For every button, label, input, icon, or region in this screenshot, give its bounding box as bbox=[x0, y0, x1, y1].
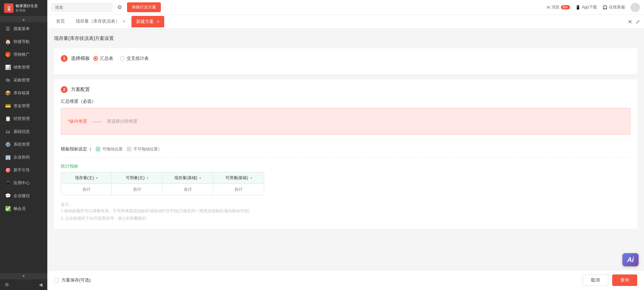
sidebar-item-operations[interactable]: 📋 经营管理 bbox=[0, 112, 47, 125]
stats-col-2-body: 合计 bbox=[112, 184, 163, 195]
panel-expand-icon[interactable]: ⤢ bbox=[636, 19, 640, 25]
cancel-button[interactable]: 取消 bbox=[583, 274, 608, 286]
radio-cross[interactable]: 交叉统计表 bbox=[120, 55, 149, 62]
finance-icon: 💳 bbox=[5, 103, 11, 109]
panel-close-icon[interactable]: ✕ bbox=[628, 19, 632, 25]
tab-new-scheme[interactable]: 新建方案 ✕ bbox=[131, 16, 164, 27]
bottom-actions: 取消 查询 bbox=[583, 274, 637, 286]
newbie-icon: 🎯 bbox=[5, 167, 11, 173]
sidebar-item-newbie[interactable]: 🎯 新手引导 bbox=[0, 164, 47, 176]
tips-item-2: 2. 点击标题栏下拉可设置排序、插入列和删除列 bbox=[61, 215, 630, 222]
dim-row: *纵向维度 —— 请选择分组维度 bbox=[68, 118, 623, 124]
stats-col-4-header[interactable]: 可用量(基辅) ▾ bbox=[213, 172, 264, 184]
save-checkbox-area: 方案保存(可选) bbox=[54, 277, 91, 283]
sidebar-item-search-menu[interactable]: ☰ 搜索菜单 bbox=[0, 22, 47, 35]
inventory-status-close-icon[interactable]: ✕ bbox=[122, 19, 125, 24]
sidebar-item-wechat[interactable]: 💬 企业微信 bbox=[0, 189, 47, 202]
quick-nav-icon: 🏠 bbox=[5, 39, 11, 45]
message-badge: 99+ bbox=[561, 5, 570, 9]
search-input[interactable] bbox=[51, 3, 112, 11]
sidebar-bottom: ⚙ ◀ bbox=[0, 279, 47, 290]
radio-summary[interactable]: 汇总表 bbox=[93, 55, 113, 62]
dim-area[interactable]: *纵向维度 —— 请选择分组维度 bbox=[61, 108, 630, 135]
stats-header-row: 现存量(主) ▾ 可用量(主) ▾ 现存量(基辅) ▾ 可用量(基辅) bbox=[61, 172, 264, 184]
stats-body-row: 合计 合计 合计 合计 bbox=[61, 184, 264, 195]
app-download-button[interactable]: 📱 App下载 bbox=[575, 4, 597, 10]
non-draggable-box-icon bbox=[127, 147, 131, 151]
home-tab-label: 首页 bbox=[56, 18, 65, 24]
step1-title: 选择模板 bbox=[71, 55, 90, 62]
inventory-status-label: 现存量（库存状况表） bbox=[76, 18, 120, 24]
service-icon: 🎧 bbox=[602, 5, 608, 10]
radio-cross-label: 交叉统计表 bbox=[127, 55, 149, 62]
stats-col-4-label: 可用量(基辅) bbox=[225, 175, 248, 181]
message-label: 消息 bbox=[551, 4, 560, 10]
sidebar-item-label: 畅会员 bbox=[14, 206, 26, 212]
sidebar-item-purchase[interactable]: 🛍 采购管理 bbox=[0, 74, 47, 87]
stats-col-1-header[interactable]: 现存量(主) ▾ bbox=[61, 172, 112, 184]
ai-badge[interactable]: Ai bbox=[622, 253, 639, 266]
industry-button[interactable]: 体验行业方案 bbox=[127, 2, 161, 12]
sidebar-item-marketing[interactable]: 🎁 营销推广 bbox=[0, 48, 47, 61]
save-checkbox[interactable] bbox=[54, 278, 59, 283]
page-title: 现存量(库存状况表)方案设置 bbox=[54, 35, 637, 42]
stats-col-2-header[interactable]: 可用量(主) ▾ bbox=[112, 172, 163, 184]
sidebar-scroll-up[interactable]: ▲ bbox=[0, 17, 47, 22]
tab-home[interactable]: 首页 bbox=[51, 15, 70, 28]
stats-title: 统计指标 bbox=[61, 163, 630, 169]
sidebar-item-label: 企业微信 bbox=[14, 193, 30, 199]
non-draggable-label: 不可拖动位置） bbox=[133, 146, 162, 152]
sidebar-item-label: 经营管理 bbox=[14, 116, 30, 122]
sidebar-item-company[interactable]: 🏢 企业协同 bbox=[0, 151, 47, 164]
online-service-label: 在线客服 bbox=[609, 4, 625, 10]
sidebar-item-label: 应用中心 bbox=[14, 180, 30, 186]
gear-icon[interactable]: ⚙ bbox=[115, 3, 124, 12]
step2-num: 2 bbox=[61, 86, 68, 93]
avatar[interactable] bbox=[630, 3, 640, 12]
app-download-icon: 📱 bbox=[575, 5, 580, 10]
stats-table: 现存量(主) ▾ 可用量(主) ▾ 现存量(基辅) ▾ 可用量(基辅) bbox=[61, 172, 264, 195]
sidebar-item-base-info[interactable]: 🗂 基础信息 bbox=[0, 125, 47, 138]
message-icon: ✉ bbox=[547, 5, 550, 10]
sidebar-item-label: 采购管理 bbox=[14, 77, 30, 83]
sidebar: 🐰 畅康通好生意 标准版 ▲ ☰ 搜索菜单 🏠 快捷导航 🎁 营销推广 📊 销售… bbox=[0, 0, 47, 290]
sidebar-item-finance[interactable]: 💳 资金管理 bbox=[0, 99, 47, 112]
collapse-icon[interactable]: ◀ bbox=[39, 282, 43, 287]
tab-inventory-status[interactable]: 现存量（库存状况表） ✕ bbox=[71, 15, 130, 28]
message-button[interactable]: ✉ 消息 99+ bbox=[547, 4, 570, 10]
sidebar-item-app-center[interactable]: 📱 应用中心 bbox=[0, 176, 47, 189]
settings-icon[interactable]: ⚙ bbox=[5, 282, 9, 287]
sidebar-item-label: 营销推广 bbox=[14, 52, 30, 57]
sidebar-item-sales[interactable]: 📊 销售管理 bbox=[0, 61, 47, 74]
sidebar-item-member[interactable]: ✅ 畅会员 bbox=[0, 202, 47, 215]
top-header: ⚙ 体验行业方案 ✉ 消息 99+ 📱 App下载 🎧 在线客服 bbox=[47, 0, 644, 15]
sidebar-item-quick-nav[interactable]: 🏠 快捷导航 bbox=[0, 35, 47, 48]
chevron-down-icon: ▾ bbox=[147, 176, 148, 180]
sidebar-item-inventory[interactable]: 📦 库存核算 bbox=[0, 87, 47, 99]
sidebar-item-label: 系统管理 bbox=[14, 142, 30, 147]
draggable-box-icon bbox=[96, 147, 100, 151]
dim-placeholder-text: 请选择分组维度 bbox=[107, 118, 138, 124]
app-logo: 🐰 畅康通好生意 标准版 bbox=[0, 0, 47, 17]
logo-name: 畅康通好生意 bbox=[16, 3, 38, 8]
stats-col-3-header[interactable]: 现存量(基辅) ▾ bbox=[163, 172, 213, 184]
online-service-button[interactable]: 🎧 在线客服 bbox=[602, 4, 625, 10]
chevron-down-icon: ▾ bbox=[96, 176, 98, 180]
sidebar-item-label: 搜索菜单 bbox=[14, 26, 30, 32]
new-scheme-close-icon[interactable]: ✕ bbox=[156, 20, 159, 24]
query-button[interactable]: 查询 bbox=[612, 274, 637, 286]
purchase-icon: 🛍 bbox=[5, 77, 11, 83]
stats-col-2-label: 可用量(主) bbox=[126, 175, 145, 181]
step1-header: 1 选择模板 汇总表 交叉统计表 bbox=[61, 55, 630, 62]
non-draggable-badge: 不可拖动位置） bbox=[127, 146, 162, 152]
dim-dash: —— bbox=[93, 119, 101, 124]
template-radio-group: 汇总表 交叉统计表 bbox=[93, 55, 149, 62]
sidebar-item-label: 库存核算 bbox=[14, 90, 30, 96]
divider-1 bbox=[61, 140, 630, 141]
chevron-down-icon: ▾ bbox=[199, 176, 201, 180]
tab-bar: 首页 现存量（库存状况表） ✕ 新建方案 ✕ ✕ ⤢ bbox=[47, 15, 644, 29]
main-content: ⚙ 体验行业方案 ✉ 消息 99+ 📱 App下载 🎧 在线客服 首页 bbox=[47, 0, 644, 290]
sidebar-scroll-down[interactable]: ▼ bbox=[0, 273, 47, 279]
sidebar-item-system[interactable]: ⚙️ 系统管理 bbox=[0, 138, 47, 151]
wechat-icon: 💬 bbox=[5, 193, 11, 199]
